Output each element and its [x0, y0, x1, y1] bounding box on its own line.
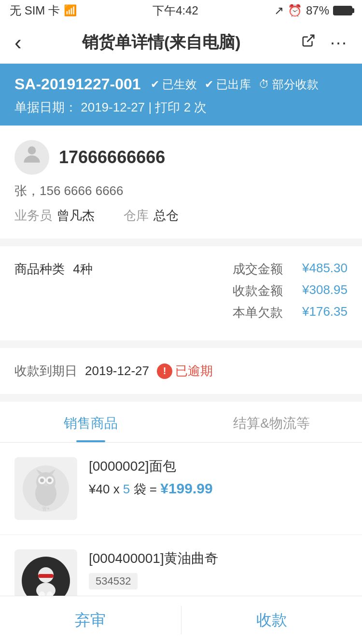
badge-shipped: ✔ 已出库	[205, 77, 251, 92]
location-icon: ↗	[274, 4, 284, 17]
status-bar: 无 SIM 卡 📶 下午4:42 ↗ ⏰ 87%	[0, 0, 362, 21]
tab-sales[interactable]: 销售商品	[0, 402, 181, 442]
customer-section: 17666666666 张，156 6666 6666 业务员 曾凡杰 仓库 总…	[0, 126, 362, 238]
alarm-icon: ⏰	[288, 4, 302, 17]
cancel-button[interactable]: 弃审	[0, 596, 181, 644]
svg-text:管+: 管+	[42, 506, 50, 511]
deal-amount-row: 成交金额 ¥485.30	[233, 261, 348, 278]
amount-section: 商品种类 4种 成交金额 ¥485.30 收款金额 ¥308.95 本单欠款 ¥…	[0, 246, 362, 340]
amounts-block: 成交金额 ¥485.30 收款金额 ¥308.95 本单欠款 ¥176.35	[233, 261, 348, 326]
nav-bar: ‹ 销货单详情(来自电脑) ···	[0, 21, 362, 64]
status-left: 无 SIM 卡 📶	[10, 3, 77, 18]
received-value: ¥308.95	[302, 282, 348, 299]
deal-amount-label: 成交金额	[233, 261, 283, 278]
bottom-bar: 弃审 收款	[0, 596, 362, 644]
wifi-icon: 📶	[64, 4, 77, 17]
owed-value: ¥176.35	[302, 304, 348, 321]
due-label: 收款到期日	[14, 363, 77, 379]
due-section: 收款到期日 2019-12-27 ! 已逾期	[0, 348, 362, 394]
nav-actions: ···	[301, 32, 348, 53]
product-qty-1: 5	[123, 482, 130, 496]
product-info-1: [0000002]面包 ¥40 x 5 袋 = ¥199.99	[89, 457, 348, 498]
back-button[interactable]: ‹	[14, 30, 22, 55]
customer-top: 17666666666	[14, 140, 348, 175]
print-label: | 打印	[148, 100, 180, 114]
table-row: 管+ [0000002]面包 ¥40 x 5 袋 = ¥199.99	[0, 443, 362, 535]
product-name-2: [000400001]黄油曲奇	[89, 549, 348, 568]
sim-label: 无 SIM 卡	[10, 3, 60, 18]
svg-rect-16	[38, 574, 54, 578]
product-type-block: 商品种类 4种	[14, 261, 93, 278]
salesperson-item: 业务员 曾凡杰	[14, 207, 95, 224]
check-icon-effective: ✔	[151, 78, 159, 91]
battery-icon	[333, 6, 352, 15]
tabs-section: 销售商品 结算&物流等	[0, 402, 362, 443]
check-icon-shipped: ✔	[205, 78, 213, 91]
avatar	[14, 140, 49, 175]
date-label: 单据日期：	[14, 100, 77, 114]
warehouse-item: 仓库 总仓	[124, 207, 179, 224]
product-price-1: ¥40 x 5 袋 = ¥199.99	[89, 480, 348, 498]
battery-pct: 87%	[306, 4, 329, 17]
product-name-1: [0000002]面包	[89, 457, 348, 476]
product-thumbnail-1: 管+	[14, 457, 77, 520]
page-title: 销货单详情(来自电脑)	[82, 31, 241, 54]
svg-line-0	[307, 35, 314, 42]
owed-label: 本单欠款	[233, 304, 283, 321]
customer-name-phone: 张，156 6666 6666	[14, 182, 348, 199]
tabs-row: 销售商品 结算&物流等	[0, 402, 362, 443]
due-date: 2019-12-27	[85, 364, 149, 378]
order-date: 2019-12-27	[81, 100, 145, 114]
confirm-button[interactable]: 收款	[181, 596, 362, 644]
badge-effective: ✔ 已生效	[151, 77, 197, 92]
product-type-label: 商品种类 4种	[14, 261, 93, 278]
deal-amount-value: ¥485.30	[302, 261, 348, 278]
order-header-top: SA-20191227-001 ✔ 已生效 ✔ 已出库 ⏱ 部分收款	[14, 75, 348, 93]
customer-phone: 17666666666	[59, 147, 165, 168]
svg-point-8	[48, 478, 52, 482]
clock-icon: ⏱	[259, 78, 269, 91]
salesperson-label: 业务员	[14, 207, 52, 224]
overdue-icon: !	[157, 364, 172, 379]
share-icon[interactable]	[301, 33, 316, 51]
order-id: SA-20191227-001	[14, 75, 141, 93]
order-badges: ✔ 已生效 ✔ 已出库 ⏱ 部分收款	[151, 77, 319, 92]
salesperson-value: 曾凡杰	[57, 207, 95, 224]
print-count: 2	[184, 100, 191, 114]
overdue-badge: ! 已逾期	[157, 363, 213, 379]
product-total-1: ¥199.99	[160, 480, 212, 496]
received-row: 收款金额 ¥308.95	[233, 282, 348, 299]
warehouse-value: 总仓	[153, 207, 179, 224]
warehouse-label: 仓库	[124, 207, 149, 224]
owed-row: 本单欠款 ¥176.35	[233, 304, 348, 321]
tab-settle[interactable]: 结算&物流等	[181, 402, 362, 442]
badge-partial: ⏱ 部分收款	[259, 77, 319, 92]
customer-meta: 业务员 曾凡杰 仓库 总仓	[14, 207, 348, 224]
overdue-text: 已逾期	[175, 363, 213, 379]
more-options-icon[interactable]: ···	[330, 32, 348, 53]
avatar-icon	[20, 142, 44, 172]
svg-point-7	[40, 478, 44, 482]
status-time: 下午4:42	[153, 3, 198, 18]
received-label: 收款金额	[233, 282, 283, 299]
svg-point-1	[28, 146, 36, 154]
status-right: ↗ ⏰ 87%	[274, 4, 352, 17]
order-header: SA-20191227-001 ✔ 已生效 ✔ 已出库 ⏱ 部分收款 单据日期：…	[0, 64, 362, 126]
product-batch-2: 534532	[89, 573, 138, 589]
print-unit: 次	[194, 100, 207, 114]
product-count-value: 4种	[73, 262, 92, 276]
order-date-row: 单据日期： 2019-12-27 | 打印 2 次	[14, 99, 348, 116]
